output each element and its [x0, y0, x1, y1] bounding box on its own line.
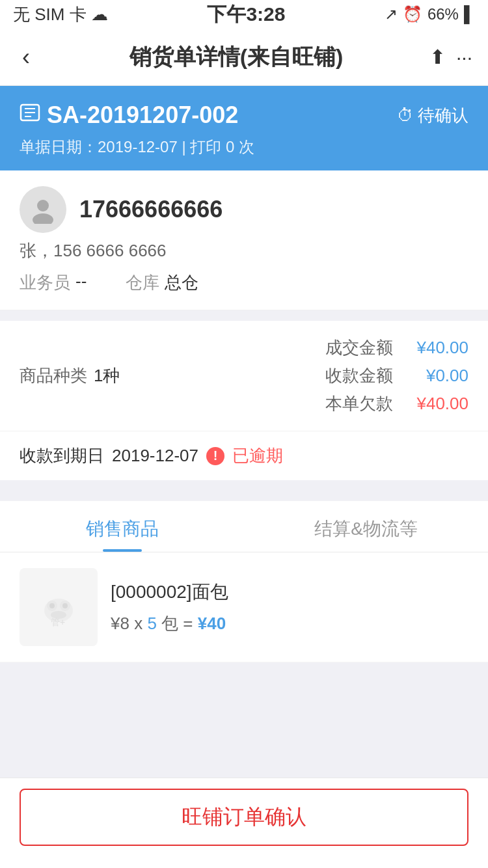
warehouse-value: 总仓: [165, 271, 198, 294]
svg-text:管+: 管+: [51, 617, 65, 627]
summary-card: 商品种类 1种 成交金额 ¥40.00 收款金额 ¥0.00 本单欠款 ¥40.…: [0, 321, 488, 431]
overdue-icon: !: [206, 447, 224, 465]
customer-name: 张，156 6666 6666: [20, 239, 468, 262]
summary-left: 商品种类 1种: [20, 364, 120, 387]
order-status: ⏱ 待确认: [397, 104, 468, 127]
customer-card: 17666666666 张，156 6666 6666 业务员 -- 仓库 总仓: [0, 170, 488, 310]
debt-amount-row: 本单欠款 ¥40.00: [325, 392, 468, 415]
receipt-amount-label: 收款金额: [325, 364, 393, 387]
battery-icon: ▌: [464, 5, 475, 23]
product-type-label: 商品种类: [20, 364, 87, 387]
tab-settlement-label: 结算&物流等: [314, 519, 418, 539]
due-date-value: 2019-12-07: [112, 446, 198, 466]
multiply-sign: x: [134, 614, 147, 633]
status-text: 待确认: [418, 104, 468, 127]
svg-point-10: [62, 603, 68, 608]
page-title: 销货单详情(来自旺铺): [43, 42, 429, 72]
debt-amount-value: ¥40.00: [403, 394, 468, 414]
deal-amount-row: 成交金额 ¥40.00: [325, 336, 468, 359]
product-list: 管+ [0000002]面包 ¥8 x 5 包 = ¥40: [0, 552, 488, 662]
nav-actions: ⬆ ···: [429, 46, 472, 68]
warehouse-label: 仓库: [126, 271, 159, 294]
nav-bar: ‹ 销货单详情(来自旺铺) ⬆ ···: [0, 29, 488, 86]
more-icon[interactable]: ···: [456, 46, 472, 68]
product-total: ¥40: [198, 614, 226, 633]
order-header: SA-20191207-002 ⏱ 待确认 单据日期：2019-12-07 | …: [0, 86, 488, 170]
empty-area: [0, 662, 488, 780]
svg-point-5: [33, 213, 53, 224]
confirm-order-label: 旺铺订单确认: [182, 803, 306, 832]
product-qty: 5: [147, 614, 156, 633]
receipt-amount-value: ¥0.00: [403, 366, 468, 386]
location-icon: ↗: [385, 5, 398, 23]
summary-row: 商品种类 1种 成交金额 ¥40.00 收款金额 ¥0.00 本单欠款 ¥40.…: [20, 336, 468, 415]
debt-amount-label: 本单欠款: [325, 392, 393, 415]
product-item: 管+ [0000002]面包 ¥8 x 5 包 = ¥40: [0, 552, 488, 662]
tab-sales-products[interactable]: 销售商品: [0, 501, 244, 552]
status-bar: 无 SIM 卡 ☁ 下午3:28 ↗ ⏰ 66% ▌: [0, 0, 488, 29]
order-id: SA-20191207-002: [20, 102, 238, 129]
clock-icon: ⏰: [403, 5, 422, 23]
order-icon: [20, 102, 40, 129]
svg-point-9: [49, 603, 55, 608]
product-unit: 包: [161, 614, 178, 633]
equals-sign: =: [183, 614, 197, 633]
summary-right: 成交金额 ¥40.00 收款金额 ¥0.00 本单欠款 ¥40.00: [325, 336, 468, 415]
salesperson-label: 业务员: [20, 271, 70, 294]
customer-meta: 业务员 -- 仓库 总仓: [20, 271, 468, 294]
deal-amount-value: ¥40.00: [403, 338, 468, 358]
clock-status-icon: ⏱: [397, 105, 414, 126]
order-date: 单据日期：2019-12-07 | 打印 0 次: [20, 137, 468, 157]
divider-2: [0, 480, 488, 491]
product-code: [0000002]: [111, 582, 192, 602]
due-date-label: 收款到期日: [20, 444, 104, 467]
share-icon[interactable]: ⬆: [429, 46, 446, 68]
no-sim-text: 无 SIM 卡 ☁: [13, 3, 108, 26]
salesperson-value: --: [75, 271, 87, 294]
status-right: ↗ ⏰ 66% ▌: [385, 5, 475, 23]
product-price: ¥8 x 5 包 = ¥40: [111, 612, 468, 635]
salesperson-item: 业务员 --: [20, 271, 87, 294]
divider-1: [0, 310, 488, 321]
bottom-bar: 旺铺订单确认: [0, 778, 488, 868]
order-header-top: SA-20191207-002 ⏱ 待确认: [20, 102, 468, 129]
customer-avatar: [20, 186, 66, 233]
receipt-amount-row: 收款金额 ¥0.00: [325, 364, 468, 387]
status-time: 下午3:28: [207, 1, 285, 28]
back-button[interactable]: ‹: [16, 37, 36, 77]
order-number: SA-20191207-002: [47, 102, 238, 129]
confirm-order-button[interactable]: 旺铺订单确认: [20, 789, 468, 846]
product-type-value: 1种: [94, 364, 120, 387]
customer-top: 17666666666: [20, 186, 468, 233]
svg-point-4: [37, 200, 49, 211]
tab-settlement[interactable]: 结算&物流等: [244, 501, 488, 552]
status-left: 无 SIM 卡 ☁: [13, 3, 108, 26]
product-name: [0000002]面包: [111, 580, 468, 604]
product-info: [0000002]面包 ¥8 x 5 包 = ¥40: [111, 580, 468, 635]
tabs-bar: 销售商品 结算&物流等: [0, 501, 488, 552]
overdue-text: 已逾期: [232, 444, 283, 467]
tab-sales-products-label: 销售商品: [86, 519, 159, 539]
warehouse-item: 仓库 总仓: [126, 271, 198, 294]
battery-text: 66%: [427, 5, 459, 23]
unit-price: ¥8: [111, 614, 129, 633]
product-thumbnail: 管+: [20, 568, 98, 646]
deal-amount-label: 成交金额: [325, 336, 393, 359]
customer-phone: 17666666666: [79, 196, 223, 223]
product-name-text: 面包: [192, 582, 228, 602]
due-date-card: 收款到期日 2019-12-07 ! 已逾期: [0, 431, 488, 480]
